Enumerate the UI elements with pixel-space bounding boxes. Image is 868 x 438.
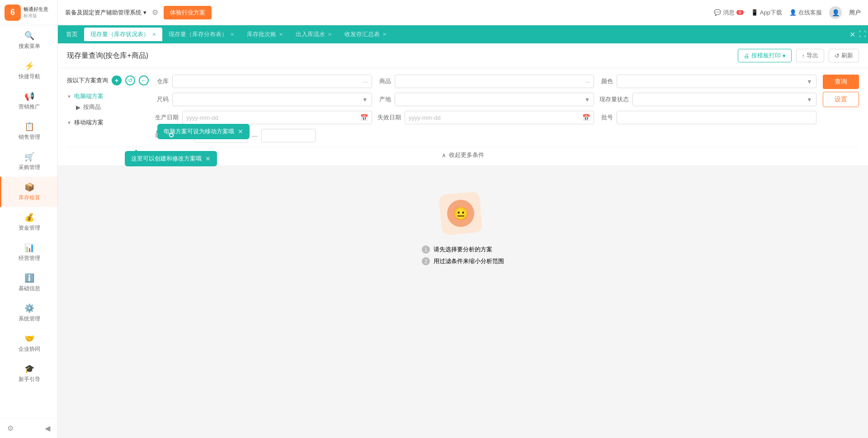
tab-inventory-status-label: 现存量（库存状况表） [90, 30, 149, 38]
sidebar-item-finance[interactable]: 💰 资金管理 [0, 207, 57, 237]
color-select[interactable]: ▼ [617, 75, 816, 88]
empty-step-1: 1 请先选择要分析的方案 [422, 245, 504, 254]
connector-dot [169, 133, 174, 137]
origin-label: 产地 [377, 95, 391, 104]
scheme-node-mobile[interactable]: ▼ 移动端方案 [67, 117, 149, 128]
collapse-sidebar-icon[interactable]: ◀ [45, 424, 50, 433]
operation-icon: 📊 [24, 243, 34, 253]
tab-close-icon[interactable]: ✕ [279, 32, 283, 38]
stock-max-input[interactable] [261, 129, 316, 142]
batch-input[interactable] [617, 111, 816, 124]
guide-icon: 🎓 [24, 364, 34, 374]
produce-date-placeholder: yyyy-mm-dd [186, 114, 218, 121]
app-download-btn[interactable]: 📱 App下载 [751, 9, 782, 17]
header-left: 装备及固定资产辅助管理系统 ▾ ⚙ 体验行业方案 [65, 6, 212, 19]
brand-badge: 标准版 [24, 13, 48, 19]
online-service-btn[interactable]: 👤 在线客服 [789, 9, 822, 17]
add-scheme-btn[interactable]: + [112, 75, 122, 85]
tab-home[interactable]: 首页 [60, 28, 84, 41]
tab-close-icon[interactable]: ✕ [382, 32, 387, 38]
sidebar-item-purchase[interactable]: 🛒 采购管理 [0, 146, 57, 177]
export-icon: ↑ [802, 52, 805, 59]
scheme-sub-icon: ▶ [76, 104, 80, 111]
template-print-btn[interactable]: 🖨 按模板打印 ▾ [738, 49, 792, 62]
sidebar-item-inventory[interactable]: 📦 库存核算 [0, 177, 57, 207]
product-dots: ··· [585, 78, 590, 85]
tab-flow-label: 出入库流水 [296, 30, 325, 38]
tab-fullscreen-icon[interactable]: ⛶ [859, 30, 866, 38]
sidebar-nav: 🔍 搜索菜单 ⚡ 快捷导航 📢 营销推广 📋 销售管理 🛒 采购管理 📦 库存核… [0, 25, 57, 418]
collapse-btn[interactable]: ∧ 收起更多条件 [442, 151, 484, 159]
tooltip-edit-close-btn[interactable]: ✕ [205, 155, 211, 162]
step2-num: 2 [422, 257, 430, 265]
print-icon: 🖨 [744, 52, 750, 59]
sidebar-item-sales[interactable]: 📋 销售管理 [0, 116, 57, 146]
settings-icon[interactable]: ⚙ [7, 424, 14, 433]
tab-inventory-dist-label: 现存量（库存分布表） [169, 30, 227, 38]
tooltip-close-btn[interactable]: ✕ [238, 128, 243, 135]
empty-step-2: 2 用过滤条件来缩小分析范围 [422, 257, 504, 265]
tab-flow[interactable]: 出入库流水 ✕ [289, 28, 338, 41]
tab-summary[interactable]: 收发存汇总表 ✕ [338, 28, 393, 41]
tab-close-icon[interactable]: ✕ [328, 32, 332, 38]
tab-inventory-status[interactable]: 现存量（库存状况表） ✕ [84, 28, 162, 41]
sidebar-item-nav[interactable]: ⚡ 快捷导航 [0, 56, 57, 86]
industry-btn[interactable]: 体验行业方案 [164, 6, 212, 19]
collapse-label: 收起更多条件 [449, 151, 484, 159]
size-label: 尺码 [155, 95, 169, 104]
scheme-sub-label: 按商品 [83, 103, 101, 111]
message-btn[interactable]: 💬 消息 6 [714, 9, 744, 17]
sidebar-item-system[interactable]: ⚙️ 系统管理 [0, 298, 57, 328]
chevron-down-icon: ▼ [807, 96, 812, 103]
username[interactable]: 用户 [849, 9, 861, 17]
product-select[interactable]: ··· [395, 75, 594, 88]
sidebar-item-operation[interactable]: 📊 经营管理 [0, 237, 57, 268]
warehouse-select[interactable]: ··· [172, 75, 372, 88]
reset-btn[interactable]: 设置 [823, 92, 859, 107]
export-btn[interactable]: ↑ 导出 [796, 49, 825, 62]
product-label: 商品 [377, 77, 391, 85]
stock-status-select[interactable]: ▼ [632, 93, 816, 106]
sidebar-item-label: 营销推广 [19, 103, 40, 111]
range-sep: — [252, 132, 258, 139]
origin-select[interactable]: ▼ [395, 93, 594, 106]
sidebar-footer: ⚙ ◀ [0, 418, 57, 438]
warehouse-dots: ··· [363, 78, 368, 85]
sidebar-item-label: 销售管理 [19, 133, 40, 141]
refresh-btn[interactable]: ↺ 刷新 [829, 49, 859, 62]
expire-date-input[interactable]: yyyy-mm-dd 📅 [405, 111, 594, 124]
system-selector[interactable]: 装备及固定资产辅助管理系统 ▾ [65, 9, 146, 17]
scheme-sub-item-1[interactable]: ▶ 按商品 [76, 102, 149, 113]
sidebar-item-search[interactable]: 🔍 搜索菜单 [0, 25, 57, 56]
scheme-node-pc[interactable]: ▼ 电脑端方案 [67, 91, 149, 102]
size-select[interactable]: ▼ [172, 93, 372, 106]
arrow-scheme-btn[interactable]: ← [139, 75, 149, 85]
sidebar-item-guide[interactable]: 🎓 新手引导 [0, 358, 57, 389]
sidebar-item-baseinfo[interactable]: ℹ️ 基础信息 [0, 268, 57, 298]
chevron-down-icon: ▼ [362, 96, 368, 103]
settings-icon[interactable]: ⚙ [152, 8, 158, 17]
empty-illustration: 😐 [440, 193, 486, 238]
avatar: 👤 [829, 6, 842, 19]
message-label: 消息 [723, 9, 735, 17]
filter-label: 按以下方案查询 [67, 76, 108, 85]
tab-batch[interactable]: 库存批次账 ✕ [241, 28, 289, 41]
tab-close-all-icon[interactable]: ✕ [849, 30, 855, 39]
produce-date-input[interactable]: yyyy-mm-dd 📅 [182, 111, 372, 124]
tab-close-icon[interactable]: ✕ [230, 32, 234, 38]
refresh-scheme-btn[interactable]: ↺ [125, 75, 135, 85]
step1-text: 请先选择要分析的方案 [434, 245, 492, 254]
sidebar-item-label: 基础信息 [19, 285, 40, 292]
marketing-icon: 📢 [24, 91, 34, 101]
tab-close-icon[interactable]: ✕ [152, 32, 156, 38]
sidebar-item-enterprise[interactable]: 🤝 企业协同 [0, 328, 57, 358]
tab-inventory-dist[interactable]: 现存量（库存分布表） ✕ [162, 28, 241, 41]
search-btn[interactable]: 查询 [823, 75, 859, 89]
chevron-down-icon: ▾ [783, 52, 786, 59]
online-service-label: 在线客服 [798, 9, 822, 17]
chevron-up-icon: ∧ [442, 152, 446, 159]
sidebar-item-label: 资金管理 [19, 224, 40, 232]
app-download-label: App下载 [760, 9, 782, 17]
scheme-sub-pc: ▶ 按商品 [67, 102, 149, 113]
sidebar-item-marketing[interactable]: 📢 营销推广 [0, 86, 57, 116]
